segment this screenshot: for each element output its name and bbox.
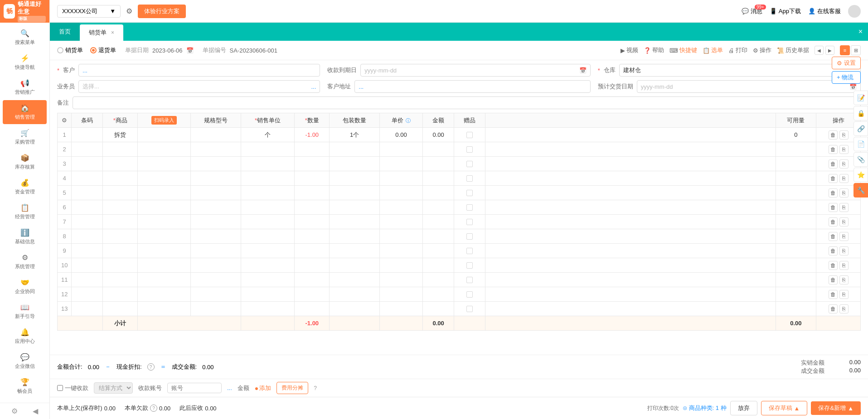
float-btn-1[interactable]: 📝 <box>853 91 868 105</box>
gift-checkbox[interactable] <box>466 277 473 283</box>
industry-plan-button[interactable]: 体验行业方案 <box>138 5 186 18</box>
float-btn-2[interactable]: 🔒 <box>853 106 868 120</box>
online-service-button[interactable]: 👤 在线客服 <box>808 7 841 15</box>
scan-button[interactable]: 扫码录入 <box>151 116 177 125</box>
print-action[interactable]: 🖨 打印 <box>728 46 747 54</box>
message-button[interactable]: 💬 消息 99+ <box>742 7 762 15</box>
float-btn-7[interactable]: 🔧 <box>853 183 868 197</box>
copy-btn[interactable]: ⎘ <box>839 145 849 154</box>
video-action[interactable]: ▶ 视频 <box>621 46 638 54</box>
account-input[interactable] <box>167 383 222 393</box>
gift-checkbox[interactable] <box>466 161 473 167</box>
collapse-btn[interactable]: ◀ <box>33 407 38 415</box>
delete-btn[interactable]: 🗑 <box>829 188 838 197</box>
logistics-button[interactable]: + 物流 <box>832 71 861 84</box>
return-order-radio[interactable]: 退货单 <box>90 46 116 54</box>
copy-btn[interactable]: ⎘ <box>839 246 849 255</box>
delete-btn[interactable]: 🗑 <box>829 232 838 241</box>
warehouse-input[interactable]: 建材仓 ... <box>619 64 861 77</box>
copy-btn[interactable]: ⎘ <box>839 261 849 270</box>
sidebar-item-system[interactable]: ⚙ 系统管理 <box>3 250 47 274</box>
payment-due-input[interactable]: yyyy-mm-dd 📅 <box>360 64 590 77</box>
row-unit-1[interactable]: 个 <box>241 128 295 142</box>
sidebar-item-collaboration[interactable]: 🤝 企业协同 <box>3 275 47 299</box>
delete-btn[interactable]: 🗑 <box>829 290 838 299</box>
gift-checkbox-1[interactable] <box>466 132 473 138</box>
notes-input[interactable] <box>73 96 861 109</box>
operation-action[interactable]: ⚙ 操作 <box>753 46 771 54</box>
discard-button[interactable]: 放弃 <box>730 401 757 415</box>
tab-close-icon[interactable]: × <box>111 29 114 36</box>
delete-btn[interactable]: 🗑 <box>829 261 838 270</box>
history-action[interactable]: 📜 历史单据 <box>777 46 809 54</box>
delete-btn[interactable]: 🗑 <box>829 304 838 313</box>
copy-btn[interactable]: ⎘ <box>839 232 849 241</box>
gift-checkbox[interactable] <box>466 233 473 240</box>
delete-row-1-btn[interactable]: 🗑 <box>829 130 838 140</box>
float-btn-4[interactable]: 📄 <box>853 137 868 151</box>
copy-btn[interactable]: ⎘ <box>839 174 849 183</box>
fee-help-icon[interactable]: ? <box>314 385 317 391</box>
row-pkg-qty-1[interactable]: 1个 <box>330 128 380 142</box>
copy-btn[interactable]: ⎘ <box>839 203 849 212</box>
delete-btn[interactable]: 🗑 <box>829 217 838 226</box>
gift-checkbox[interactable] <box>466 146 473 153</box>
address-input[interactable]: ... <box>354 80 590 93</box>
row-barcode-1[interactable] <box>72 128 103 142</box>
gift-checkbox[interactable] <box>466 306 473 312</box>
save-draft-button[interactable]: 保存草稿 ▲ <box>761 401 808 415</box>
copy-btn[interactable]: ⎘ <box>839 304 849 313</box>
add-payment-button[interactable]: ● 添加 <box>255 384 271 392</box>
prev-doc-btn[interactable]: ◀ <box>815 46 824 55</box>
sidebar-item-sales[interactable]: 🏠 销售管理 <box>3 100 47 124</box>
close-window-icon[interactable]: × <box>858 28 863 36</box>
float-btn-5[interactable]: 📎 <box>853 152 868 167</box>
row-amount-1[interactable]: 0.00 <box>423 128 454 142</box>
help-action[interactable]: ❓ 帮助 <box>644 46 664 54</box>
discount-help-icon[interactable]: ? <box>147 363 155 371</box>
sale-order-radio[interactable]: 销货单 <box>57 46 83 54</box>
row-qty-1[interactable]: -1.00 <box>295 128 330 142</box>
sidebar-item-finance[interactable]: 💰 资金管理 <box>3 175 47 199</box>
delete-btn[interactable]: 🗑 <box>829 159 838 169</box>
sidebar-item-enterprise-wechat[interactable]: 💬 企业微信 <box>3 349 47 373</box>
delete-btn[interactable]: 🗑 <box>829 246 838 255</box>
row-price-1[interactable]: 0.00 <box>379 128 422 142</box>
gift-checkbox[interactable] <box>466 219 473 225</box>
expected-date-input[interactable]: yyyy-mm-dd 📅 <box>637 80 861 93</box>
gift-checkbox[interactable] <box>466 190 473 196</box>
sidebar-item-member[interactable]: 🏆 畅会员 <box>3 374 47 398</box>
tab-home[interactable]: 首页 <box>50 23 80 41</box>
sidebar-item-basic-info[interactable]: ℹ️ 基础信息 <box>3 225 47 249</box>
settings-icon[interactable]: ⚙ <box>126 7 132 15</box>
sidebar-item-purchase[interactable]: 🛒 采购管理 <box>3 125 47 149</box>
select-action[interactable]: 📋 选单 <box>703 46 723 54</box>
copy-row-1-btn[interactable]: ⎘ <box>839 130 849 140</box>
next-doc-btn[interactable]: ▶ <box>825 46 834 55</box>
copy-btn[interactable]: ⎘ <box>839 217 849 226</box>
sidebar-item-search[interactable]: 🔍 搜索菜单 <box>3 25 47 49</box>
row-gift-1[interactable] <box>454 128 485 142</box>
delete-btn[interactable]: 🗑 <box>829 203 838 212</box>
price-info-icon[interactable]: ⓘ <box>406 118 411 123</box>
delete-btn[interactable]: 🗑 <box>829 275 838 284</box>
payment-method-select[interactable]: 结算方式 <box>94 382 133 394</box>
fee-split-button[interactable]: 费用分摊 <box>276 382 308 394</box>
settings-bottom-btn[interactable]: ⚙ <box>11 407 18 415</box>
setup-button[interactable]: ⚙ 设置 <box>832 57 861 69</box>
table-scroll-container[interactable]: ⚙ 条码 *商品 扫码录入 规格型号 *销售单位 *数量 包装数量 单价 ⓘ <box>57 113 861 355</box>
one-click-pay[interactable]: 一键收款 <box>57 384 88 392</box>
copy-btn[interactable]: ⎘ <box>839 275 849 284</box>
gift-checkbox[interactable] <box>466 204 473 211</box>
row-product-1[interactable]: 拆货 <box>103 128 138 142</box>
sidebar-item-quick-nav[interactable]: ⚡ 快捷导航 <box>3 50 47 74</box>
shortcut-action[interactable]: ⌨ 快捷键 <box>669 46 697 54</box>
delete-btn[interactable]: 🗑 <box>829 174 838 183</box>
sidebar-item-inventory[interactable]: 📦 库存核算 <box>3 150 47 174</box>
customer-input[interactable]: ... <box>78 64 320 77</box>
product-type-link[interactable]: ⊙ 商品种类: 1 种 <box>683 404 727 412</box>
sidebar-item-operations[interactable]: 📋 经营管理 <box>3 200 47 224</box>
row-spec-1[interactable] <box>191 128 241 142</box>
column-settings-icon[interactable]: ⚙ <box>62 117 67 124</box>
grid-view-btn[interactable]: ⊞ <box>851 45 861 55</box>
